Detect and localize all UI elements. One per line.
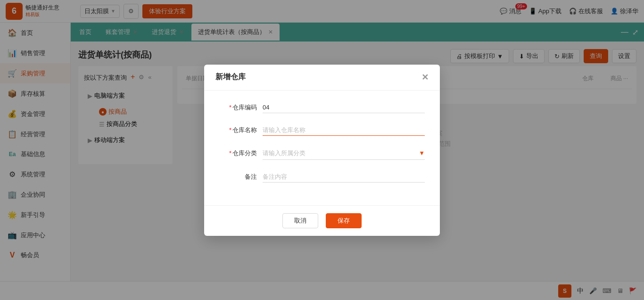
- modal-overlay[interactable]: 新增仓库 ✕ 仓库编码 仓库名称 仓库分类 请输入所属分类 ▼: [0, 0, 644, 300]
- form-row-code: 仓库编码: [219, 102, 425, 113]
- modal-body: 仓库编码 仓库名称 仓库分类 请输入所属分类 ▼ 备注: [204, 91, 440, 205]
- modal-title: 新增仓库: [215, 72, 246, 82]
- modal-footer: 取消 保存: [204, 205, 440, 236]
- modal-close-button[interactable]: ✕: [421, 72, 429, 83]
- modal-header: 新增仓库 ✕: [204, 65, 440, 91]
- dropdown-icon: ▼: [419, 150, 425, 157]
- category-placeholder: 请输入所属分类: [263, 149, 305, 158]
- form-row-notes: 备注: [219, 171, 425, 183]
- warehouse-category-select[interactable]: 请输入所属分类 ▼: [263, 147, 425, 160]
- warehouse-name-input[interactable]: [263, 125, 425, 136]
- cancel-button[interactable]: 取消: [282, 213, 318, 228]
- field-label-code: 仓库编码: [219, 103, 257, 112]
- warehouse-code-input[interactable]: [263, 102, 425, 113]
- add-warehouse-modal: 新增仓库 ✕ 仓库编码 仓库名称 仓库分类 请输入所属分类 ▼: [204, 65, 440, 236]
- warehouse-notes-input[interactable]: [263, 171, 425, 183]
- form-row-name: 仓库名称: [219, 125, 425, 136]
- save-button[interactable]: 保存: [326, 213, 362, 228]
- field-label-category: 仓库分类: [219, 149, 257, 158]
- field-label-notes: 备注: [219, 173, 257, 181]
- form-row-category: 仓库分类 请输入所属分类 ▼: [219, 147, 425, 160]
- field-label-name: 仓库名称: [219, 126, 257, 134]
